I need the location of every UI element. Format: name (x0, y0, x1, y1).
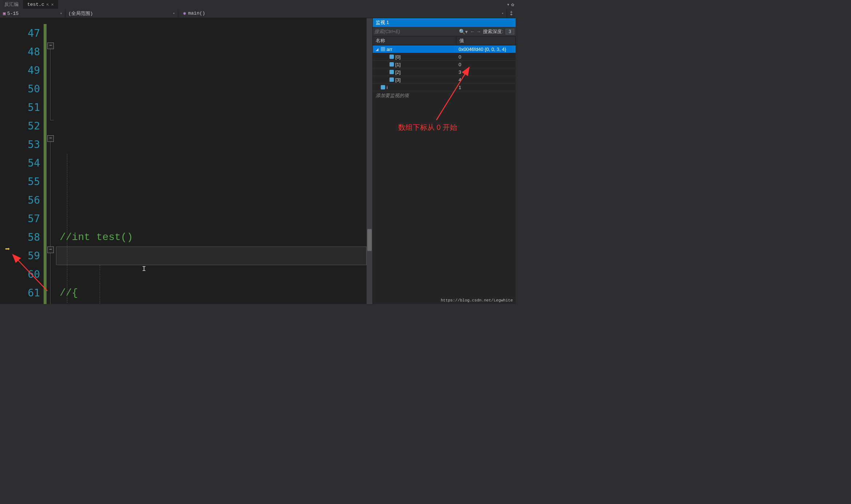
watch-columns-header: 名称 值 (373, 36, 516, 45)
watch-var-name: [1] (395, 62, 400, 67)
watch-var-value: 3 (456, 69, 516, 75)
watch-var-name: arr (387, 47, 392, 52)
watermark: https://blog.csdn.net/Legwhite (441, 298, 513, 303)
depth-input[interactable]: 3 (506, 29, 514, 35)
watch-var-name: [0] (395, 54, 400, 60)
fold-toggle[interactable]: − (47, 247, 54, 253)
depth-label: 搜索深度: (483, 28, 503, 35)
tab-label: 反汇编 (4, 1, 19, 8)
chevron-down-icon: ▾ (173, 11, 175, 16)
watch-var-name: [3] (395, 77, 400, 83)
fold-gutter: − − − (47, 18, 56, 304)
current-line-highlight (56, 247, 367, 265)
watch-panel: 监视 1 🔍▾ ← → 搜索深度: 3 名称 值 ◢arr0x0046fd40 … (372, 18, 516, 304)
watch-search-input[interactable] (374, 29, 457, 34)
dropdown-icon[interactable]: ▾ (507, 1, 510, 8)
tab-disassembly[interactable]: 反汇编 (0, 0, 23, 9)
watch-add-item[interactable]: 添加要监视的项 (373, 91, 516, 100)
location-dropdown[interactable]: ▣5-15 ▾ (0, 9, 65, 18)
expander-icon[interactable]: ◢ (375, 47, 379, 51)
split-icon[interactable]: ‡ (507, 11, 516, 16)
code-content[interactable]: //int test() //{ // int a = 0;//局部变量 // … (56, 18, 367, 304)
fold-toggle[interactable]: − (47, 43, 54, 49)
nav-back-icon[interactable]: ← (470, 29, 475, 34)
watch-var-name: [2] (395, 69, 400, 75)
execution-pointer-icon: ➡ (5, 246, 10, 254)
text-cursor: I (142, 260, 146, 278)
method-icon: ◉ (183, 11, 186, 16)
scrollbar-thumb[interactable] (367, 229, 372, 251)
watch-var-value: 1 (456, 85, 516, 90)
tab-test-c[interactable]: test.c ⇱ ✕ (23, 0, 58, 9)
variable-icon (389, 62, 394, 67)
search-icon[interactable]: 🔍▾ (459, 29, 468, 35)
variable-icon (389, 77, 394, 82)
function-dropdown[interactable]: ◉main() ▾ (178, 9, 507, 18)
watch-var-value: 0 (456, 54, 516, 60)
annotation-text: 数组下标从 0 开始 (398, 123, 457, 132)
variable-icon (381, 47, 385, 51)
pin-icon[interactable]: ⇱ (47, 2, 49, 7)
vertical-scrollbar[interactable] (367, 18, 372, 304)
chevron-down-icon: ▾ (60, 11, 62, 16)
gear-icon[interactable]: ✿ (511, 1, 514, 8)
watch-var-name: i (387, 85, 388, 90)
editor-tabbar: 反汇编 test.c ⇱ ✕ ▾ ✿ (0, 0, 516, 9)
watch-row[interactable]: [0]0 (373, 53, 516, 61)
watch-toolbar: 🔍▾ ← → 搜索深度: 3 (373, 27, 516, 36)
col-name-header[interactable]: 名称 (373, 36, 456, 45)
line-number-gutter: 47 48 49 50 51 52 53 54 55 56 57 58 59 6… (18, 18, 44, 304)
watch-row[interactable]: [2]3 (373, 68, 516, 76)
scope-dropdown[interactable]: (全局范围) ▾ (65, 9, 178, 18)
watch-row[interactable]: i1 (373, 84, 516, 91)
nav-toolbar: ▣5-15 ▾ (全局范围) ▾ ◉main() ▾ ‡ (0, 9, 516, 18)
col-value-header[interactable]: 值 (456, 36, 516, 45)
watch-row[interactable]: [3]4 (373, 76, 516, 84)
fold-toggle[interactable]: − (47, 135, 54, 142)
variable-icon (389, 70, 394, 74)
watch-var-value: 0 (456, 62, 516, 67)
variable-icon (389, 55, 394, 59)
glyph-margin: ➡ (0, 18, 18, 304)
chevron-down-icon: ▾ (502, 11, 504, 16)
watch-panel-title: 监视 1 (373, 18, 516, 27)
watch-var-value: 0x0046fd40 {0, 0, 3, 4} (456, 47, 516, 52)
tab-label: test.c (27, 2, 44, 7)
watch-row[interactable]: [1]0 (373, 61, 516, 68)
watch-rows: ◢arr0x0046fd40 {0, 0, 3, 4}[0]0[1]0[2]3[… (373, 45, 516, 91)
change-indicator (44, 18, 47, 304)
nav-forward-icon[interactable]: → (476, 29, 481, 34)
code-editor[interactable]: ➡ 47 48 49 50 51 52 53 54 55 56 57 58 59… (0, 18, 372, 304)
close-icon[interactable]: ✕ (51, 2, 53, 7)
variable-icon (381, 85, 385, 89)
watch-var-value: 4 (456, 77, 516, 83)
watch-row[interactable]: ◢arr0x0046fd40 {0, 0, 3, 4} (373, 45, 516, 53)
